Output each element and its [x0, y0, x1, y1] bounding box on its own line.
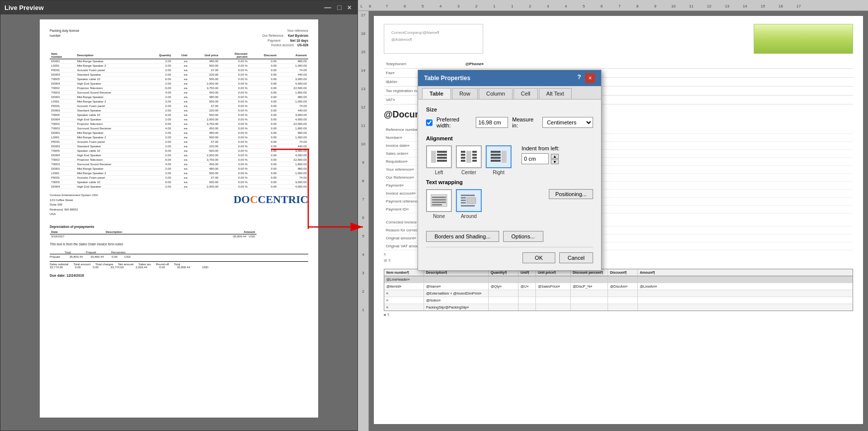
tab-alt-text[interactable]: Alt Text — [539, 88, 572, 99]
table-row: D0004High End Speaker2.00ea2,000.000.00 … — [50, 185, 308, 189]
table-row: T0002Projector Television6.00ea3,750.000… — [50, 122, 308, 126]
measure-select[interactable]: Centimeters Inches Percent — [542, 117, 593, 128]
doc-logo: DOCCENTRIC — [234, 193, 308, 206]
items-row-notes: ¤ @Notes¤ — [384, 297, 853, 304]
align-center-icon — [460, 149, 478, 165]
wrap-around-icon-box[interactable] — [456, 189, 482, 212]
tab-cell[interactable]: Cell — [514, 88, 538, 99]
svg-rect-2 — [437, 154, 447, 156]
items-row-packingslip: ¤ PackingSlip/@PackingSlip¤ — [384, 304, 853, 311]
address-field: CurrentCompany/@Name¶ @Address¶ — [384, 24, 483, 54]
table-row: D0001Mid-Range Speaker2.00ea480.000.00 %… — [50, 95, 308, 100]
dialog-help-btn[interactable]: ? — [575, 73, 583, 83]
svg-rect-17 — [491, 157, 501, 159]
align-right-option[interactable]: Right — [486, 145, 512, 175]
table-row: T0005Speaker cable 106.00ea500.000.00 %0… — [50, 113, 308, 117]
doc-depreciation: Depreciation of prepayments DateDescript… — [50, 225, 308, 246]
table-row: 5/18/2017-35,800.44 USD — [50, 234, 257, 238]
cancel-button[interactable]: Cancel — [559, 252, 593, 263]
svg-rect-11 — [472, 154, 477, 156]
align-center-option[interactable]: Center — [456, 145, 482, 175]
preferred-width-checkbox[interactable] — [426, 119, 433, 126]
align-right-icon-box[interactable] — [486, 145, 512, 168]
svg-rect-12 — [472, 157, 477, 159]
tab-table[interactable]: Table — [422, 88, 451, 99]
table-row: T0003Surround Sound Receiver4.00ea450.00… — [50, 126, 308, 131]
svg-rect-5 — [466, 151, 471, 163]
live-preview-content: Packing duty license number Your referen… — [0, 14, 357, 431]
dialog-bottom-buttons: Borders and Shading... Options... — [426, 231, 593, 242]
dialog-body: Size Preferred width: Measure in: Centim… — [418, 100, 601, 270]
doc-header-left: Packing duty license number — [50, 28, 79, 48]
svg-rect-24 — [467, 198, 476, 204]
table-row: D0004High End Speaker2.00ea2,000.000.00 … — [50, 153, 308, 158]
tab-column[interactable]: Column — [479, 88, 513, 99]
svg-rect-3 — [437, 157, 447, 159]
table-row: D0003Standard Speaker2.00ea220.000.00 %0… — [50, 144, 308, 149]
table-row: D0004High End Speaker2.00ea2,000.000.00 … — [50, 82, 308, 86]
wrap-none-option[interactable]: None — [426, 189, 452, 219]
svg-rect-28 — [461, 202, 466, 204]
align-left-label: Left — [435, 170, 443, 175]
indent-down-btn[interactable]: ▼ — [551, 159, 559, 164]
horizontal-ruler: L 8 7 6 5 4 3 2 1 1 2 3 4 5 6 7 8 9 10 1… — [358, 0, 868, 11]
address-placeholder-1: CurrentCompany/@Name¶ — [391, 29, 476, 36]
doc-note: This text is from the Sales Order invoic… — [50, 242, 308, 246]
align-center-icon-box[interactable] — [456, 145, 482, 168]
svg-rect-26 — [461, 197, 466, 199]
ok-button[interactable]: OK — [522, 252, 555, 263]
svg-rect-9 — [461, 160, 465, 162]
borders-shading-button[interactable]: Borders and Shading... — [426, 231, 499, 242]
close-preview-btn[interactable]: × — [346, 3, 353, 11]
options-button[interactable]: Options... — [503, 231, 543, 242]
table-row: P0001Acoustic Foam panel2.00ea37.000.00 … — [50, 104, 308, 108]
packing-duty-label: Packing duty license — [50, 28, 79, 33]
dialog-close-button[interactable]: × — [585, 73, 595, 83]
align-center-label: Center — [461, 170, 476, 175]
dialog-titlebar-buttons: ? × — [575, 73, 595, 83]
wrap-none-icon-box[interactable] — [426, 189, 452, 212]
minimize-btn[interactable]: — — [322, 3, 333, 11]
svg-rect-22 — [432, 202, 446, 203]
svg-rect-20 — [432, 197, 446, 198]
text-wrapping-buttons: None — [426, 189, 482, 219]
table-properties-dialog[interactable]: Table Properties ? × Table Row Column Ce… — [418, 70, 602, 271]
align-left-option[interactable]: Left — [426, 145, 452, 175]
doc-items-table: Itemnumber Description Quantity Unit Uni… — [50, 52, 308, 189]
table-row: P0001Acoustic Foam panel2.00ea37.000.00 … — [50, 68, 308, 73]
svg-rect-25 — [461, 195, 475, 196]
live-preview-header: Live Preview — □ × — [0, 0, 357, 14]
table-row: D0003Standard Speaker2.00ea220.000.00 %0… — [50, 73, 308, 77]
alignment-buttons: Left — [426, 145, 512, 175]
svg-rect-0 — [431, 151, 436, 163]
indent-input[interactable] — [521, 153, 549, 164]
align-right-icon — [490, 149, 508, 165]
table-row: T0005Speaker cable 106.00ea500.000.00 %0… — [50, 180, 308, 185]
doc-header-right: Your reference Our Reference Karl Bystro… — [262, 28, 309, 48]
align-right-label: Right — [493, 170, 504, 175]
svg-rect-1 — [437, 151, 447, 153]
indent-label: Indent from left: — [521, 145, 559, 151]
wrap-around-label: Around — [461, 214, 477, 219]
positioning-button[interactable]: Positioning... — [549, 189, 593, 199]
tab-row[interactable]: Row — [452, 88, 478, 99]
doc-footer-address: Contoso Entertainment System USA 123 Cof… — [50, 193, 98, 217]
width-input[interactable] — [476, 117, 508, 128]
indent-up-btn[interactable]: ▲ — [551, 154, 559, 159]
packing-duty-label2: number — [50, 33, 79, 38]
maximize-btn[interactable]: □ — [335, 3, 343, 11]
table-row: T0005Speaker cable 106.00ea500.000.00 %0… — [50, 77, 308, 82]
svg-rect-13 — [472, 160, 477, 162]
size-row: Preferred width: Measure in: Centimeters… — [426, 116, 593, 128]
svg-rect-10 — [472, 151, 477, 153]
address-placeholder-2: @Address¶ — [391, 36, 476, 43]
table-row: L0001Mid-Range Speaker 22.00ea500.000.00… — [50, 135, 308, 140]
wrap-around-option[interactable]: Around — [456, 189, 482, 219]
align-left-icon-box[interactable] — [426, 145, 452, 168]
svg-rect-15 — [491, 151, 501, 153]
svg-rect-29 — [461, 205, 475, 207]
dialog-tabs: Table Row Column Cell Alt Text — [418, 86, 601, 100]
address-area: CurrentCompany/@Name¶ @Address¶ — [384, 24, 853, 54]
svg-rect-27 — [461, 200, 466, 201]
table-row: T0003Surround Sound Receiver4.00ea450.00… — [50, 162, 308, 167]
